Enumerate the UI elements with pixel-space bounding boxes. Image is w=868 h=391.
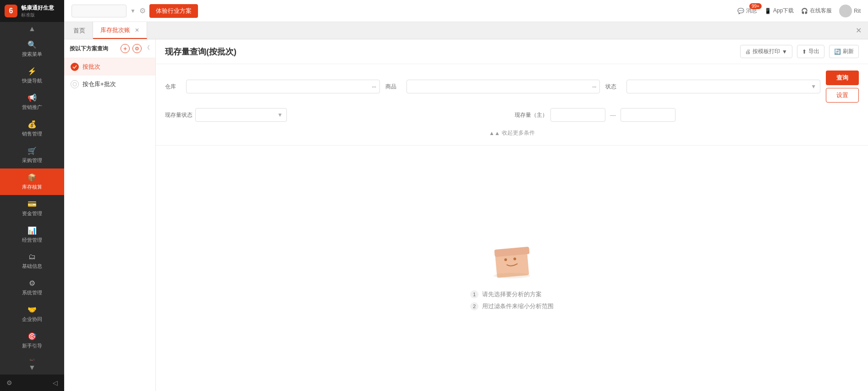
app-logo: 6 — [5, 5, 17, 17]
collapse-sidebar-icon[interactable]: ◁ — [53, 379, 58, 386]
tab-batch-inventory-label: 库存批次账 — [100, 26, 130, 34]
sidebar-item-sales[interactable]: 💰 销售管理 — [0, 115, 64, 142]
inventory-status-select[interactable]: ▼ — [195, 108, 287, 122]
collapse-left-panel-icon[interactable]: 《 — [144, 44, 150, 53]
sidebar-item-search[interactable]: 🔍 搜索菜单 — [0, 36, 64, 62]
messages-button[interactable]: 💬 消息 99+ — [737, 7, 757, 15]
enterprise-icon: 🤝 — [27, 305, 37, 314]
right-panel: 现存量查询(按批次) 🖨 按模板打印 ▼ ⬆ 导出 🔄 刷新 — [156, 39, 868, 391]
sidebar-nav: 🔍 搜索菜单 ⚡ 快捷导航 📢 营销推广 💰 销售管理 🛒 采购管理 📦 库存核… — [0, 36, 64, 361]
sidebar-item-system[interactable]: ⚙ 系统管理 — [0, 274, 64, 301]
query-button[interactable]: 查询 — [826, 71, 859, 85]
svg-point-0 — [73, 82, 77, 86]
sidebar-footer: ⚙ ◁ — [0, 375, 64, 391]
app-version: 标准版 — [21, 12, 54, 18]
tab-home[interactable]: 首页 — [64, 22, 93, 39]
export-button[interactable]: ⬆ 导出 — [797, 45, 824, 58]
search-icon: 🔍 — [27, 40, 37, 49]
tab-home-label: 首页 — [73, 27, 85, 35]
product-input[interactable]: ··· — [407, 80, 600, 93]
sales-icon: 💰 — [27, 120, 37, 129]
sidebar-label-operation: 经营管理 — [22, 237, 42, 244]
print-icon: 🖨 — [745, 49, 751, 55]
download-icon: 📱 — [764, 8, 771, 14]
print-button[interactable]: 🖨 按模板打印 ▼ — [740, 45, 792, 58]
empty-illustration — [484, 226, 539, 281]
sidebar-label-purchase: 采购管理 — [22, 157, 42, 164]
sidebar-item-shortcut[interactable]: ⚡ 快捷导航 — [0, 62, 64, 89]
sidebar-item-marketing[interactable]: 📢 营销推广 — [0, 89, 64, 115]
purchase-icon: 🛒 — [27, 147, 37, 155]
marketing-icon: 📢 — [27, 93, 37, 102]
collapse-label: 收起更多条件 — [502, 129, 535, 137]
hint-num-1: 1 — [470, 290, 478, 299]
sidebar-label-system: 系统管理 — [22, 289, 42, 296]
scheme-warehouse-batch-label: 按仓库+批次 — [82, 80, 116, 88]
sidebar-scroll-up[interactable]: ▲ — [0, 22, 64, 36]
sidebar-item-operation[interactable]: 📊 经营管理 — [0, 222, 64, 248]
sidebar-label-marketing: 营销推广 — [22, 104, 42, 111]
page-actions: 🖨 按模板打印 ▼ ⬆ 导出 🔄 刷新 — [740, 45, 859, 58]
product-filter-group: 商品 ··· — [385, 80, 600, 93]
filter-area: 仓库 ··· 商品 ··· 状态 — [156, 64, 868, 146]
warehouse-input[interactable]: ··· — [186, 80, 380, 93]
app-download-button[interactable]: 📱 App下载 — [764, 7, 794, 15]
scheme-warehouse-batch[interactable]: 按仓库+批次 — [64, 76, 155, 93]
sidebar-scroll-down[interactable]: ▼ — [0, 361, 64, 375]
sidebar-item-purchase[interactable]: 🛒 采购管理 — [0, 142, 64, 168]
topbar: ▼ ⚙ 体验行业方案 💬 消息 99+ 📱 App下载 🎧 在线客服 Rit — [64, 0, 868, 22]
sidebar-item-appstore[interactable]: 📱 应用中心 — [0, 354, 64, 361]
tab-panel-close-icon[interactable]: ✕ — [849, 26, 868, 35]
topbar-dropdown-icon[interactable]: ▼ — [130, 8, 136, 14]
qty-range-dash: — — [608, 112, 618, 119]
sidebar-item-inventory[interactable]: 📦 库存核算 — [0, 168, 64, 195]
sidebar-item-basic[interactable]: 🗂 基础信息 — [0, 248, 64, 274]
inventory-qty-filter-group: 现存量（主） — — [515, 108, 859, 122]
filter-row-2: 现存量状态 ▼ 现存量（主） — — [165, 108, 859, 122]
inventory-qty-min-input[interactable] — [550, 108, 605, 122]
print-dropdown-icon[interactable]: ▼ — [782, 49, 787, 55]
sidebar: 6 畅康通好生意 标准版 ▲ 🔍 搜索菜单 ⚡ 快捷导航 📢 营销推广 💰 销售… — [0, 0, 64, 391]
product-more-icon[interactable]: ··· — [592, 82, 596, 92]
product-label: 商品 — [385, 83, 404, 91]
settings-icon[interactable]: ⚙ — [6, 379, 12, 386]
refresh-button[interactable]: 🔄 刷新 — [829, 45, 859, 58]
topbar-search-input[interactable] — [71, 5, 126, 17]
scheme-settings-button[interactable]: ⚙ — [132, 44, 142, 53]
warehouse-more-icon[interactable]: ··· — [372, 82, 376, 92]
sidebar-header: 6 畅康通好生意 标准版 — [0, 0, 64, 22]
sidebar-item-finance[interactable]: 💳 资金管理 — [0, 195, 64, 222]
collapse-filter-btn[interactable]: ▲▲ 收起更多条件 — [165, 127, 859, 139]
sidebar-label-finance: 资金管理 — [22, 210, 42, 217]
tab-batch-inventory[interactable]: 库存批次账 ✕ — [93, 22, 147, 39]
status-select[interactable]: ▼ — [626, 80, 820, 93]
inventory-qty-max-input[interactable] — [621, 108, 676, 122]
page-title: 现存量查询(按批次) — [165, 46, 236, 57]
system-icon: ⚙ — [29, 279, 35, 288]
sidebar-label-guide: 新手引导 — [22, 342, 42, 349]
online-service-button[interactable]: 🎧 在线客服 — [801, 7, 832, 15]
add-scheme-button[interactable]: + — [121, 44, 130, 53]
sidebar-label-sales: 销售管理 — [22, 130, 42, 137]
scheme-batch-label: 按批次 — [82, 63, 100, 71]
operation-icon: 📊 — [27, 226, 37, 235]
company-name: 畅康通好生意 — [21, 4, 54, 12]
trial-button[interactable]: 体验行业方案 — [149, 4, 198, 18]
tab-close-icon[interactable]: ✕ — [135, 27, 139, 33]
settings-button[interactable]: 设置 — [826, 88, 859, 103]
user-name: Rit — [854, 8, 861, 14]
hint-text-2: 用过滤条件来缩小分析范围 — [482, 302, 554, 310]
finance-icon: 💳 — [27, 200, 37, 208]
empty-hint-2: 2 用过滤条件来缩小分析范围 — [470, 302, 554, 310]
sidebar-item-enterprise[interactable]: 🤝 企业协同 — [0, 301, 64, 327]
scheme-batch[interactable]: 按批次 — [64, 58, 155, 76]
user-profile-button[interactable]: Rit — [839, 5, 861, 17]
status-label: 状态 — [605, 83, 624, 91]
messages-badge: 99+ — [749, 3, 762, 9]
sidebar-search-label: 搜索菜单 — [22, 51, 42, 58]
settings-gear-icon[interactable]: ⚙ — [139, 6, 146, 15]
empty-hints: 1 请先选择要分析的方案 2 用过滤条件来缩小分析范围 — [470, 290, 554, 310]
online-service-label: 在线客服 — [810, 7, 832, 15]
sidebar-item-guide[interactable]: 🎯 新手引导 — [0, 327, 64, 354]
hint-text-1: 请先选择要分析的方案 — [482, 290, 542, 299]
